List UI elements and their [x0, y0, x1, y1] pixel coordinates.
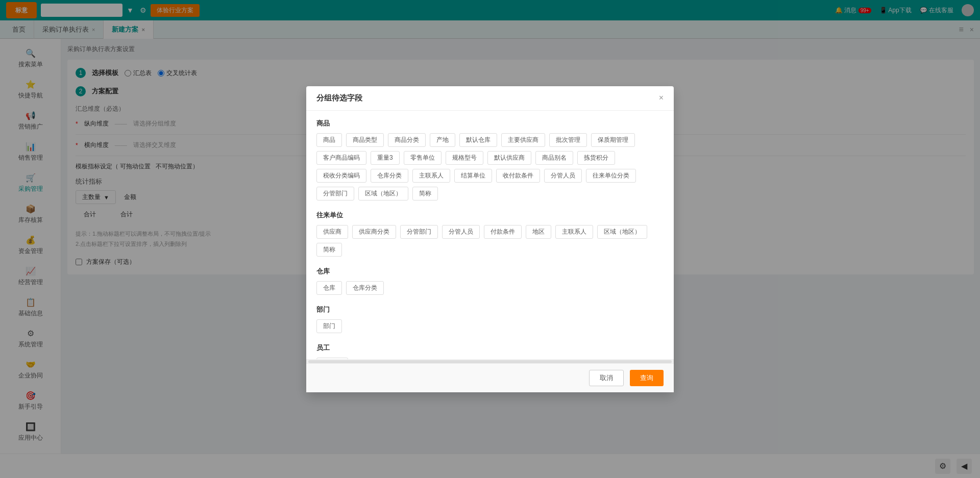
- modal-footer: 取消 查询: [306, 363, 674, 392]
- modal-title: 分组待选字段: [316, 93, 362, 103]
- goods-tags: 商品 商品类型 商品分类 产地 默认仓库 主要供应商 批次管理 保质期管理 客户…: [316, 133, 664, 200]
- modal-dialog: 分组待选字段 × 商品 商品 商品类型 商品分类 产地 默认仓库 主要供应商 批…: [306, 86, 674, 392]
- tag-default-warehouse[interactable]: 默认仓库: [459, 133, 497, 147]
- section-counterpart-title: 往来单位: [316, 211, 664, 220]
- tag-settle-unit[interactable]: 结算单位: [454, 169, 492, 183]
- tag-main-contact2[interactable]: 主联系人: [555, 225, 593, 239]
- modal-close-btn[interactable]: ×: [659, 93, 664, 103]
- tag-spec-model[interactable]: 规格型号: [446, 151, 483, 165]
- dept-tags: 部门: [316, 319, 664, 333]
- tag-batch-mgmt[interactable]: 批次管理: [549, 133, 587, 147]
- modal-header: 分组待选字段 ×: [306, 86, 674, 111]
- tag-warehouse-cat[interactable]: 仓库分类: [346, 281, 384, 295]
- tag-department[interactable]: 部门: [316, 319, 342, 333]
- section-goods-title: 商品: [316, 119, 664, 128]
- modal-hscroll[interactable]: [306, 359, 674, 363]
- tag-region2[interactable]: 区域（地区）: [597, 225, 647, 239]
- tag-goods-type[interactable]: 商品类型: [346, 133, 384, 147]
- tag-tax-code[interactable]: 税收分类编码: [316, 169, 366, 183]
- modal-body[interactable]: 商品 商品 商品类型 商品分类 产地 默认仓库 主要供应商 批次管理 保质期管理…: [306, 111, 674, 360]
- section-goods: 商品 商品 商品类型 商品分类 产地 默认仓库 主要供应商 批次管理 保质期管理…: [316, 119, 664, 200]
- tag-mgmt-dept[interactable]: 分管部门: [400, 225, 438, 239]
- section-employee: 员工 业务员: [316, 343, 664, 360]
- tag-warehouse[interactable]: 仓库: [316, 281, 342, 295]
- tag-dept[interactable]: 分管部门: [316, 187, 354, 200]
- tag-main-supplier[interactable]: 主要供应商: [501, 133, 545, 147]
- section-dept-title: 部门: [316, 305, 664, 314]
- tag-retail-unit[interactable]: 零售单位: [404, 151, 442, 165]
- tag-origin[interactable]: 产地: [430, 133, 455, 147]
- tag-customer-code[interactable]: 客户商品编码: [316, 151, 366, 165]
- tag-short-name2[interactable]: 简称: [316, 243, 342, 257]
- warehouse-tags: 仓库 仓库分类: [316, 281, 664, 295]
- section-employee-title: 员工: [316, 343, 664, 353]
- tag-supplier-category[interactable]: 供应商分类: [352, 225, 396, 239]
- tag-goods[interactable]: 商品: [316, 133, 342, 147]
- tag-payment-terms[interactable]: 收付款条件: [496, 169, 540, 183]
- section-dept: 部门 部门: [316, 305, 664, 333]
- cancel-button[interactable]: 取消: [589, 370, 624, 386]
- tag-goods-category[interactable]: 商品分类: [388, 133, 426, 147]
- tag-supplier[interactable]: 供应商: [316, 225, 348, 239]
- tag-weight3[interactable]: 重量3: [371, 151, 400, 165]
- section-warehouse-title: 仓库: [316, 267, 664, 276]
- counterpart-tags: 供应商 供应商分类 分管部门 分管人员 付款条件 地区 主联系人 区域（地区） …: [316, 225, 664, 257]
- tag-region[interactable]: 区域（地区）: [358, 187, 408, 200]
- tag-mgmt-person[interactable]: 分管人员: [442, 225, 480, 239]
- tag-area[interactable]: 地区: [526, 225, 551, 239]
- tag-responsible[interactable]: 分管人员: [544, 169, 582, 183]
- confirm-button[interactable]: 查询: [630, 370, 664, 386]
- tag-default-supplier[interactable]: 默认供应商: [487, 151, 531, 165]
- tag-counterpart-category[interactable]: 往来单位分类: [586, 169, 636, 183]
- modal-overlay: 分组待选字段 × 商品 商品 商品类型 商品分类 产地 默认仓库 主要供应商 批…: [0, 0, 980, 478]
- tag-pay-terms[interactable]: 付款条件: [484, 225, 522, 239]
- section-counterpart: 往来单位 供应商 供应商分类 分管部门 分管人员 付款条件 地区 主联系人 区域…: [316, 211, 664, 257]
- tag-main-contact[interactable]: 主联系人: [412, 169, 450, 183]
- tag-expiry-mgmt[interactable]: 保质期管理: [591, 133, 635, 147]
- tag-short-name[interactable]: 简称: [412, 187, 438, 200]
- tag-warehouse-category[interactable]: 仓库分类: [371, 169, 408, 183]
- tag-goods-alias[interactable]: 商品别名: [535, 151, 573, 165]
- section-warehouse: 仓库 仓库 仓库分类: [316, 267, 664, 295]
- tag-pick-points[interactable]: 拣货积分: [577, 151, 615, 165]
